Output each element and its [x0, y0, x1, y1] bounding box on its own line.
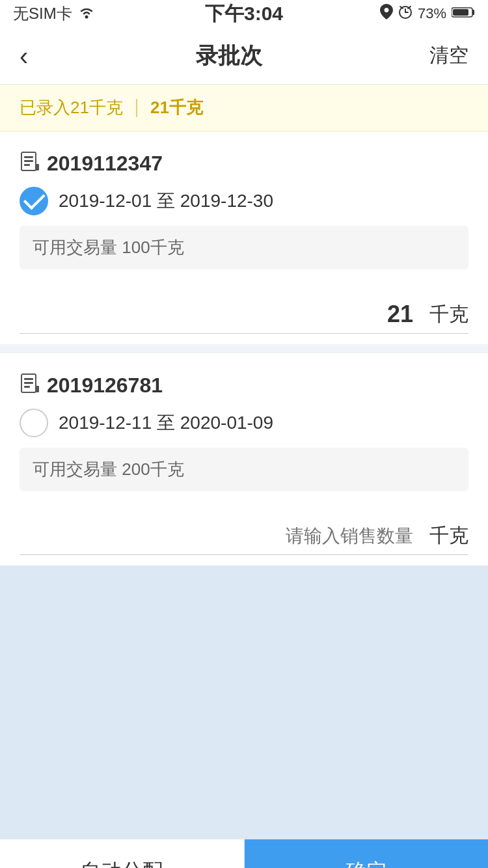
- svg-rect-12: [24, 164, 30, 166]
- radio-2[interactable]: [20, 409, 48, 437]
- quantity-row-2: 千克: [0, 507, 488, 565]
- svg-point-0: [85, 16, 88, 19]
- status-right: 73%: [380, 4, 475, 23]
- banner-divider: [136, 99, 137, 117]
- batch-available-2: 可用交易量 200千克: [20, 448, 468, 491]
- quantity-wrapper-2: 千克: [20, 522, 468, 555]
- svg-rect-13: [35, 164, 39, 170]
- bottom-bar: 自动分配 确定: [0, 839, 488, 868]
- batch-row-dates-1: 2019-12-01 至 2019-12-30: [20, 187, 468, 215]
- batch-dates-1: 2019-12-01 至 2019-12-30: [59, 189, 273, 213]
- status-bar: 无SIM卡 下午3:04: [0, 0, 488, 27]
- recorded-value: 21千克: [150, 96, 203, 119]
- sim-text: 无SIM卡: [13, 3, 72, 24]
- quantity-unit-1: 千克: [429, 301, 468, 328]
- section-divider: [0, 344, 488, 353]
- batch-row-dates-2: 2019-12-11 至 2020-01-09: [20, 409, 468, 437]
- wifi-icon: [77, 5, 96, 23]
- svg-rect-7: [472, 10, 474, 15]
- quantity-unit-2: 千克: [429, 522, 468, 549]
- confirm-button[interactable]: 确定: [245, 839, 489, 868]
- svg-rect-16: [24, 382, 33, 384]
- batch-header-2: 2019126781: [20, 373, 468, 398]
- clear-button[interactable]: 清空: [429, 42, 468, 69]
- batch-available-1: 可用交易量 100千克: [20, 226, 468, 269]
- batch-card-2: 2019126781 2019-12-11 至 2020-01-09 可用交易量…: [0, 353, 488, 507]
- svg-rect-17: [24, 386, 30, 388]
- back-button[interactable]: ‹: [20, 43, 28, 69]
- batch-dates-2: 2019-12-11 至 2020-01-09: [59, 411, 273, 435]
- battery-text: 73%: [418, 5, 446, 22]
- doc-icon-2: [20, 373, 40, 398]
- recorded-label: 已录入21千克: [20, 96, 123, 119]
- nav-bar: ‹ 录批次 清空: [0, 27, 488, 85]
- page-title: 录批次: [196, 41, 262, 71]
- page-container: 无SIM卡 下午3:04: [0, 0, 488, 868]
- quantity-row-1: 千克: [0, 285, 488, 344]
- batch-id-2: 2019126781: [47, 373, 163, 398]
- batch-card-1: 2019112347 2019-12-01 至 2019-12-30 可用交易量…: [0, 131, 488, 285]
- status-time: 下午3:04: [205, 1, 283, 27]
- svg-rect-15: [24, 378, 33, 380]
- alarm-icon: [398, 4, 413, 23]
- content-area: 2019112347 2019-12-01 至 2019-12-30 可用交易量…: [0, 131, 488, 839]
- location-icon: [380, 4, 393, 23]
- batch-id-1: 2019112347: [47, 152, 163, 176]
- quantity-input-1[interactable]: [120, 301, 423, 328]
- info-banner: 已录入21千克 21千克: [0, 85, 488, 131]
- empty-area: [0, 565, 488, 839]
- batch-header-1: 2019112347: [20, 151, 468, 176]
- radio-1[interactable]: [20, 187, 48, 215]
- svg-rect-10: [24, 156, 33, 158]
- doc-icon-1: [20, 151, 40, 176]
- svg-rect-18: [35, 386, 39, 392]
- svg-rect-11: [24, 160, 33, 162]
- auto-distribute-button[interactable]: 自动分配: [0, 839, 245, 868]
- status-left: 无SIM卡: [13, 3, 96, 24]
- svg-rect-8: [453, 9, 468, 16]
- quantity-input-2[interactable]: [190, 526, 423, 547]
- quantity-wrapper-1: 千克: [20, 301, 468, 334]
- battery-icon: [452, 5, 475, 22]
